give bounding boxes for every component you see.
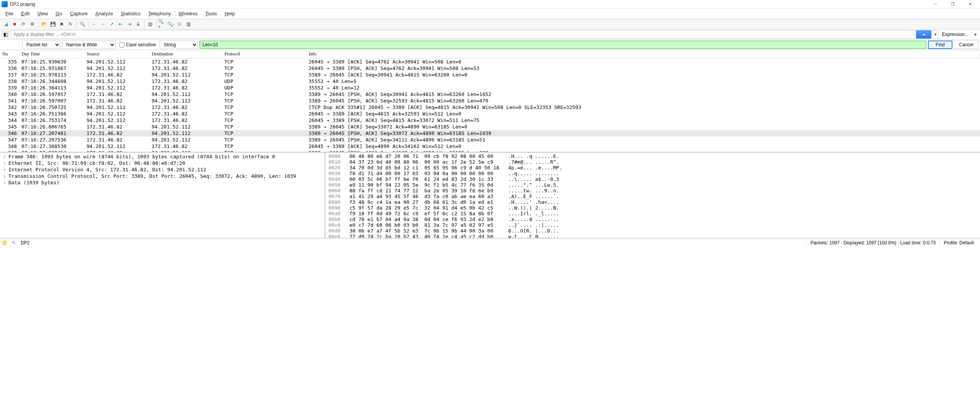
tree-item[interactable]: ›Transmission Control Protocol, Src Port… [1, 173, 324, 179]
stop-capture-icon[interactable]: ■ [10, 20, 19, 28]
add-filter-button[interactable]: + [972, 31, 978, 37]
packet-list-pane[interactable]: No Day Time Source Destination Protocol … [0, 50, 980, 153]
menu-telephony[interactable]: Telephony [144, 9, 175, 18]
menu-capture[interactable]: Capture [66, 9, 91, 18]
restart-capture-icon[interactable]: ⟳ [19, 20, 28, 28]
table-row[interactable]: 34207:16:26.75072594.201.52.112172.31.46… [0, 104, 980, 111]
close-button[interactable]: ✕ [961, 0, 978, 8]
chevron-right-icon[interactable]: › [3, 180, 7, 185]
menu-go[interactable]: Go [52, 9, 66, 18]
menu-tools[interactable]: Tools [201, 9, 220, 18]
zoom-out-icon[interactable]: 🔍- [167, 20, 175, 28]
chevron-right-icon[interactable]: › [3, 154, 7, 159]
zoom-reset-icon[interactable]: ⦾ [175, 20, 184, 28]
search-type-select[interactable]: String [160, 41, 198, 49]
profile-label[interactable]: Profile: Default [939, 240, 978, 246]
hex-row[interactable]: 00c0 e0 c7 7d 60 06 b0 03 b0 81 3a 7c 97… [326, 222, 979, 228]
column-header-time[interactable]: Day Time [19, 50, 84, 59]
table-row[interactable]: 33907:16:26.36411394.201.52.112172.31.46… [0, 85, 980, 91]
menu-analyze[interactable]: Analyze [91, 9, 117, 18]
table-row[interactable]: 33807:16:26.34460894.201.52.112172.31.46… [0, 78, 980, 85]
table-row[interactable]: 34707:16:27.207536172.31.46.8294.201.52.… [0, 137, 980, 143]
table-row[interactable]: 34507:16:26.806765172.31.46.8294.201.52.… [0, 124, 980, 130]
hex-row[interactable]: 0040 00 03 5c 06 b7 ff be f0 61 24 ed 83… [326, 176, 979, 182]
packet-bytes-pane[interactable]: 0000 06 48 80 e6 d7 20 06 71 09 cb f8 02… [325, 153, 980, 238]
go-back-icon[interactable]: ← [90, 20, 98, 28]
tree-item[interactable]: ›Ethernet II, Src: 06:71:09:cb:f8:02, Ds… [1, 160, 324, 166]
menu-file[interactable]: File [2, 9, 17, 18]
hex-row[interactable]: 0000 06 48 80 e6 d7 20 06 71 09 cb f8 02… [326, 153, 979, 159]
minimize-button[interactable]: ─ [927, 0, 944, 8]
table-row[interactable]: 33707:16:25.978113172.31.46.8294.201.52.… [0, 72, 980, 78]
column-header-no[interactable]: No [0, 50, 19, 59]
expression-button[interactable]: Expression... [940, 30, 971, 39]
table-row[interactable]: 34107:16:26.597097172.31.46.8294.201.52.… [0, 98, 980, 104]
go-forward-icon[interactable]: → [99, 20, 107, 28]
go-last-icon[interactable]: ⇥ [125, 20, 134, 28]
capture-options-icon[interactable]: ⚙ [28, 20, 36, 28]
hex-row[interactable]: 0020 34 70 0d 3d 65 bd 12 c1 05 65 95 96… [326, 165, 979, 171]
column-header-protocol[interactable]: Protocol [222, 50, 306, 59]
table-row[interactable]: 33607:16:25.93186794.201.52.112172.31.46… [0, 65, 980, 72]
tree-item[interactable]: ›Data (1039 bytes) [1, 179, 324, 186]
start-capture-icon[interactable]: ◢ [2, 20, 10, 28]
packet-details-pane[interactable]: ›Frame 346: 1093 bytes on wire (8744 bit… [0, 153, 325, 238]
close-file-icon[interactable]: ✖ [57, 20, 66, 28]
hex-row[interactable]: 0090 c5 9f 57 da 28 29 e5 7c 32 04 91 d4… [326, 205, 979, 211]
search-text-input[interactable] [199, 41, 926, 49]
colorize-icon[interactable]: ▤ [146, 20, 154, 28]
column-header-source[interactable]: Source [84, 50, 149, 59]
table-row[interactable]: 34807:16:27.36853094.201.52.112172.31.46… [0, 143, 980, 150]
chevron-right-icon[interactable]: › [3, 173, 7, 179]
table-row[interactable]: 34407:16:26.75317494.201.52.112172.31.46… [0, 117, 980, 124]
save-file-icon[interactable]: 💾 [49, 20, 57, 28]
hex-row[interactable]: 00d0 38 0b e7 a7 4f 5b 52 e3 7c 0b 15 9b… [326, 228, 979, 234]
go-first-icon[interactable]: ⇤ [116, 20, 125, 28]
auto-scroll-icon[interactable]: ⇊ [134, 20, 142, 28]
open-file-icon[interactable]: 📂 [40, 20, 48, 28]
table-row[interactable]: 34307:16:26.75136694.201.52.112172.31.46… [0, 111, 980, 117]
search-scope-select[interactable]: Packet list [22, 41, 60, 49]
table-row[interactable]: 34907:16:27.809414172.31.46.8294.201.52.… [0, 150, 980, 153]
go-to-packet-icon[interactable]: ↗ [108, 20, 116, 28]
table-row[interactable]: 33507:16:25.93063994.201.52.112172.31.46… [0, 59, 980, 65]
cancel-button[interactable]: Cancel [954, 41, 978, 49]
hex-row[interactable]: 0060 88 fa ff cd 11 74 77 12 ba 2e 05 39… [326, 188, 979, 193]
menu-view[interactable]: View [33, 9, 52, 18]
expert-info-icon[interactable] [2, 241, 7, 245]
hex-row[interactable]: 0080 f3 48 0c c4 1a ea 00 27 db 68 61 3c… [326, 199, 979, 205]
table-row[interactable]: 34007:16:26.597057172.31.46.8294.201.52.… [0, 91, 980, 98]
zoom-in-icon[interactable]: 🔍+ [158, 20, 166, 28]
filter-dropdown-icon[interactable]: ▼ [933, 30, 938, 39]
table-row[interactable]: 34607:16:27.207481172.31.46.8294.201.52.… [0, 130, 980, 137]
chevron-right-icon[interactable]: › [3, 167, 7, 172]
capture-name-label: DP2 [21, 240, 806, 246]
menu-statistics[interactable]: Statistics [117, 9, 144, 18]
case-sensitive-checkbox[interactable]: Case sensitive [119, 42, 156, 47]
hex-row[interactable]: 0030 f6 d1 71 d4 00 00 17 03 03 04 0a 00… [326, 171, 979, 176]
menu-edit[interactable]: Edit [17, 9, 33, 18]
hex-row[interactable]: 0010 04 37 23 6d 40 00 80 06 00 00 ac 1f… [326, 159, 979, 165]
menu-wireless[interactable]: Wireless [175, 9, 202, 18]
hex-row[interactable]: 0050 e9 11 90 bf 94 22 05 5e 9c f1 b5 4c… [326, 182, 979, 188]
find-icon[interactable]: 🔍 [78, 20, 87, 28]
bookmark-filter-icon[interactable]: ◧ [2, 31, 9, 38]
tree-item[interactable]: ›Internet Protocol Version 4, Src: 172.3… [1, 166, 324, 173]
menu-help[interactable]: Help [221, 9, 239, 18]
edit-capture-comment-icon[interactable]: ✎ [11, 240, 17, 246]
maximize-button[interactable]: ❐ [944, 0, 961, 8]
hex-row[interactable]: 00b0 cd 78 e1 b7 04 a4 9a 38 0d 04 ce f6… [326, 216, 979, 222]
find-button[interactable]: Find [928, 41, 952, 49]
chevron-right-icon[interactable]: › [3, 160, 7, 166]
display-filter-input[interactable] [11, 30, 915, 39]
tree-item[interactable]: ›Frame 346: 1093 bytes on wire (8744 bit… [1, 153, 324, 160]
column-header-info[interactable]: Info [306, 50, 980, 59]
hex-row[interactable]: 0070 a1 41 29 a4 93 45 5f 46 d3 fa c0 ab… [326, 193, 979, 199]
apply-filter-button[interactable]: ➡ [916, 30, 931, 39]
reload-icon[interactable]: ↻ [66, 20, 75, 28]
resize-columns-icon[interactable]: ▥ [184, 20, 193, 28]
hex-row[interactable]: 00e0 77 d9 74 2c ba 20 b7 43 40 f4 1e c4… [326, 234, 979, 238]
search-charwidth-select[interactable]: Narrow & Wide [62, 41, 116, 49]
column-header-destination[interactable]: Destination [149, 50, 222, 59]
hex-row[interactable]: 00a0 f9 18 ff 0d 49 72 6c c9 ef 5f 6c c2… [326, 211, 979, 216]
